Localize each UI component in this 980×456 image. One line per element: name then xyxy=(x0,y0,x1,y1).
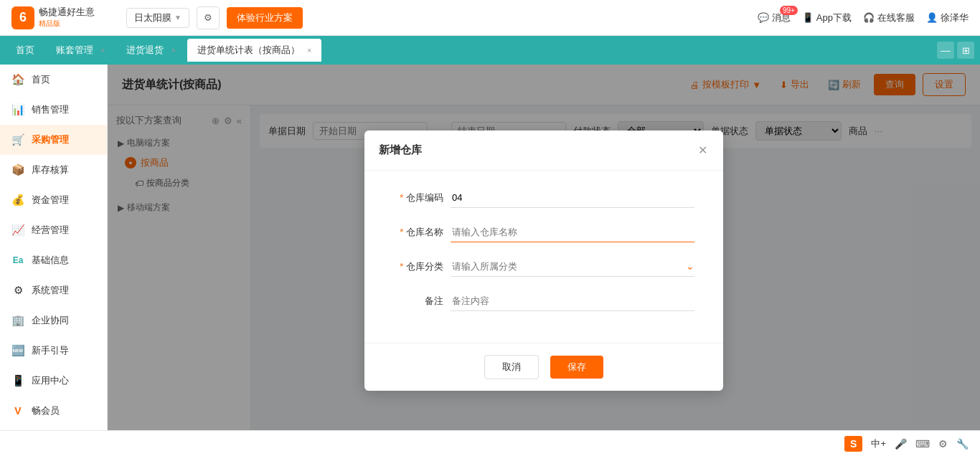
store-name: 日太阳膜 xyxy=(134,11,171,24)
tab-accounts-close-icon[interactable]: × xyxy=(100,46,105,54)
store-dropdown-arrow: ▼ xyxy=(174,14,182,22)
category-dropdown-icon[interactable]: ⌄ xyxy=(686,260,694,272)
category-label: 仓库分类 xyxy=(393,260,451,273)
enterprise-icon: 🏢 xyxy=(11,314,24,327)
modal-header: 新增仓库 ✕ xyxy=(364,130,723,171)
sidebar-item-system[interactable]: ⚙ 系统管理 xyxy=(0,275,107,305)
sidebar-item-finance[interactable]: 💰 资金管理 xyxy=(0,185,107,215)
tab-purchase-return-close-icon[interactable]: × xyxy=(171,46,175,54)
top-right-area: 💬 消息 99+ 📱 App下载 🎧 在线客服 👤 徐泽华 xyxy=(758,11,969,24)
newbie-icon: 🆕 xyxy=(11,344,24,357)
sidebar-purchase-label: 采购管理 xyxy=(32,133,69,146)
mic-icon[interactable]: 🎤 xyxy=(895,438,907,450)
form-row-note: 备注 xyxy=(393,291,694,311)
tab-purchase-stats-label: 进货单统计表（按商品） xyxy=(197,44,300,57)
modal-close-button[interactable]: ✕ xyxy=(697,142,709,158)
app-name: 畅捷通好生意 xyxy=(39,6,95,19)
phone-icon: 📱 xyxy=(802,12,814,23)
message-badge: 99+ xyxy=(780,6,798,15)
sidebar-home-label: 首页 xyxy=(32,73,50,86)
apps-icon: 📱 xyxy=(11,374,24,387)
settings-gear-button[interactable]: ⚙ xyxy=(197,6,220,29)
sidebar-newbie-label: 新手引导 xyxy=(32,344,69,357)
tab-home[interactable]: 首页 xyxy=(6,39,44,62)
online-service-button[interactable]: 🎧 在线客服 xyxy=(863,11,915,24)
bottom-bar: S 中+ 🎤 ⌨ ⚙ 🔧 xyxy=(0,430,980,456)
sidebar-system-label: 系统管理 xyxy=(32,284,69,297)
app-download-button[interactable]: 📱 App下载 xyxy=(802,11,852,24)
bottom-logo: S xyxy=(844,436,862,452)
tab-purchase-stats-close-icon[interactable]: × xyxy=(307,46,311,54)
tab-accounts[interactable]: 账套管理 × xyxy=(46,39,115,62)
sidebar-enterprise-label: 企业协同 xyxy=(32,314,69,327)
form-row-category: 仓库分类 ⌄ xyxy=(393,257,694,277)
keyboard-icon[interactable]: ⌨ xyxy=(915,438,930,450)
warehouse-name-input[interactable] xyxy=(451,222,694,242)
gear-icon: ⚙ xyxy=(204,12,212,23)
sidebar-item-basics[interactable]: Ea 基础信息 xyxy=(0,245,107,275)
warehouse-code-input[interactable] xyxy=(451,188,694,208)
trial-button[interactable]: 体验行业方案 xyxy=(227,7,303,29)
note-label: 备注 xyxy=(393,295,451,308)
operations-icon: 📈 xyxy=(11,224,24,237)
sidebar-apps-label: 应用中心 xyxy=(32,374,69,387)
sidebar-item-purchase[interactable]: 🛒 采购管理 xyxy=(0,125,107,155)
tab-purchase-return[interactable]: 进货退货 × xyxy=(116,39,185,62)
message-icon: 💬 xyxy=(758,12,769,23)
name-label: 仓库名称 xyxy=(393,226,451,239)
user-avatar-icon: 👤 xyxy=(926,12,938,23)
tab-purchase-return-label: 进货退货 xyxy=(126,44,164,57)
main-layout: 🏠 首页 📊 销售管理 🛒 采购管理 📦 库存核算 💰 资金管理 📈 经营管理 … xyxy=(0,65,980,456)
sidebar-vip-label: 畅会员 xyxy=(32,404,60,417)
tab-controls: — ⊞ xyxy=(937,42,974,59)
form-row-code: 仓库编码 xyxy=(393,188,694,208)
headset-icon: 🎧 xyxy=(863,12,875,23)
save-button[interactable]: 保存 xyxy=(550,356,603,379)
warehouse-category-input[interactable] xyxy=(451,257,686,276)
store-selector[interactable]: 日太阳膜 ▼ xyxy=(126,8,189,28)
username-label: 徐泽华 xyxy=(941,11,969,24)
warehouse-note-input[interactable] xyxy=(451,291,694,311)
online-service-label: 在线客服 xyxy=(877,11,915,24)
code-label: 仓库编码 xyxy=(393,191,451,204)
app-sub: 精品版 xyxy=(39,19,95,29)
logo-area: 6 畅捷通好生意 精品版 xyxy=(11,6,119,29)
sidebar-item-vip[interactable]: V 畅会员 xyxy=(0,396,107,426)
sidebar-finance-label: 资金管理 xyxy=(32,194,69,206)
settings-icon[interactable]: ⚙ xyxy=(938,438,948,450)
system-icon: ⚙ xyxy=(11,284,24,297)
sidebar-item-inventory[interactable]: 📦 库存核算 xyxy=(0,155,107,185)
user-profile-button[interactable]: 👤 徐泽华 xyxy=(926,11,969,24)
sidebar-item-newbie[interactable]: 🆕 新手引导 xyxy=(0,336,107,366)
modal-footer: 取消 保存 xyxy=(364,343,723,391)
sidebar-sales-label: 销售管理 xyxy=(32,103,69,116)
tab-bar: 首页 账套管理 × 进货退货 × 进货单统计表（按商品） × — ⊞ xyxy=(0,36,980,65)
form-row-name: 仓库名称 xyxy=(393,222,694,242)
tools-icon[interactable]: 🔧 xyxy=(956,438,969,450)
inventory-icon: 📦 xyxy=(11,163,24,176)
sidebar-item-enterprise[interactable]: 🏢 企业协同 xyxy=(0,305,107,336)
modal-overlay: 新增仓库 ✕ 仓库编码 仓库名称 仓库 xyxy=(108,65,980,456)
tab-expand-button[interactable]: ⊞ xyxy=(957,42,974,59)
content-area: 进货单统计(按商品) 🖨 按模板打印 ▼ ⬇ 导出 🔄 刷新 查询 设置 xyxy=(108,65,980,456)
sidebar: 🏠 首页 📊 销售管理 🛒 采购管理 📦 库存核算 💰 资金管理 📈 经营管理 … xyxy=(0,65,108,456)
sales-icon: 📊 xyxy=(11,103,24,116)
sidebar-item-operations[interactable]: 📈 经营管理 xyxy=(0,215,107,245)
message-button[interactable]: 💬 消息 99+ xyxy=(758,11,791,24)
sidebar-inventory-label: 库存核算 xyxy=(32,163,69,176)
sidebar-item-apps[interactable]: 📱 应用中心 xyxy=(0,366,107,396)
home-icon: 🏠 xyxy=(11,73,24,86)
app-logo-icon: 6 xyxy=(11,6,34,29)
app-download-label: App下载 xyxy=(816,11,852,24)
bottom-label: 中+ xyxy=(871,437,886,450)
new-warehouse-modal: 新增仓库 ✕ 仓库编码 仓库名称 仓库 xyxy=(364,130,723,391)
tab-purchase-stats[interactable]: 进货单统计表（按商品） × xyxy=(187,39,321,62)
tab-home-label: 首页 xyxy=(16,44,34,57)
sidebar-basics-label: 基础信息 xyxy=(32,254,69,267)
vip-icon: V xyxy=(11,404,24,417)
sidebar-item-sales[interactable]: 📊 销售管理 xyxy=(0,95,107,125)
sidebar-item-home[interactable]: 🏠 首页 xyxy=(0,65,107,95)
tab-minimize-button[interactable]: — xyxy=(937,42,954,59)
modal-body: 仓库编码 仓库名称 仓库分类 ⌄ xyxy=(364,171,723,343)
cancel-button[interactable]: 取消 xyxy=(484,355,539,379)
